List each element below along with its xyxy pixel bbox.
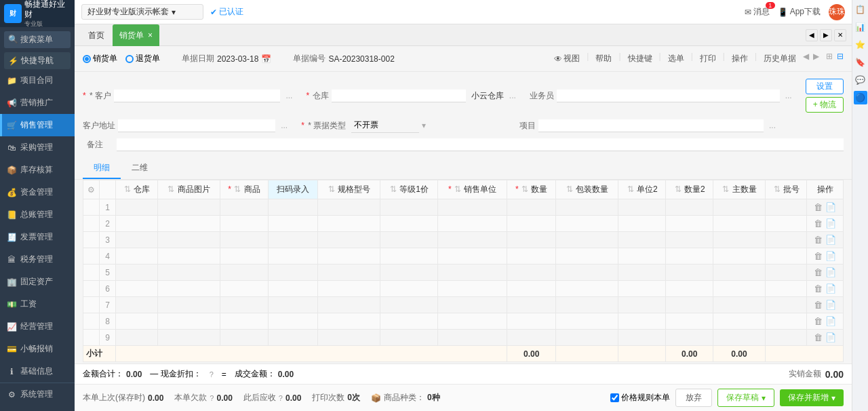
sidebar-item-finance[interactable]: 💰 资金管理	[0, 181, 75, 203]
project-input[interactable]	[538, 119, 764, 132]
row-warehouse[interactable]	[116, 313, 158, 330]
right-panel-btn-2[interactable]: 📊	[854, 20, 867, 34]
sidebar-item-management[interactable]: 📈 经营管理	[0, 315, 75, 338]
row-main-qty[interactable]	[713, 297, 766, 313]
row-unit[interactable]	[438, 248, 507, 265]
row-price1[interactable]	[380, 297, 437, 313]
row-copy-icon[interactable]: 📄	[825, 316, 836, 326]
view-button[interactable]: 👁 视图	[551, 52, 583, 66]
row-batch-import[interactable]	[269, 265, 318, 281]
row-qty[interactable]	[507, 313, 556, 330]
discount-help-icon[interactable]: ?	[210, 370, 214, 378]
row-pack-qty[interactable]	[556, 199, 618, 216]
row-spec[interactable]	[317, 297, 380, 313]
row-qty2[interactable]	[666, 265, 713, 281]
right-panel-btn-4[interactable]: 🔖	[854, 56, 867, 69]
row-delete-icon[interactable]: 🗑	[814, 202, 823, 212]
row-qty2[interactable]	[666, 216, 713, 232]
row-pack-qty[interactable]	[556, 265, 618, 281]
row-delete-icon[interactable]: 🗑	[814, 267, 823, 277]
row-batch-import[interactable]	[269, 330, 318, 346]
row-copy-icon[interactable]: 📄	[825, 202, 836, 212]
sidebar-item-sales[interactable]: 🛒 销售管理	[0, 114, 75, 136]
row-delete-icon[interactable]: 🗑	[814, 251, 823, 261]
help-button[interactable]: 帮助	[593, 52, 614, 66]
row-main-qty[interactable]	[713, 248, 766, 265]
sidebar-item-invoice[interactable]: 🧾 发票管理	[0, 226, 75, 248]
row-spec[interactable]	[317, 216, 380, 232]
row-delete-icon[interactable]: 🗑	[814, 300, 823, 310]
tab-home[interactable]: 首页	[80, 24, 113, 46]
price-rule-check[interactable]	[610, 393, 619, 402]
radio-return[interactable]: 退货单	[125, 53, 160, 64]
row-spec[interactable]	[317, 232, 380, 248]
expand-icon[interactable]: ⊞	[826, 52, 833, 66]
row-pack-qty[interactable]	[556, 313, 618, 330]
row-main-qty[interactable]	[713, 216, 766, 232]
row-spec[interactable]	[317, 265, 380, 281]
row-batch[interactable]	[765, 281, 807, 297]
row-unit2[interactable]	[618, 248, 666, 265]
row-pack-qty[interactable]	[556, 297, 618, 313]
sidebar-item-marketing[interactable]: 📢 营销推广	[0, 92, 75, 114]
row-unit2[interactable]	[618, 216, 666, 232]
row-goods[interactable]	[220, 297, 269, 313]
row-batch-import[interactable]	[269, 297, 318, 313]
row-price1[interactable]	[380, 281, 437, 297]
row-warehouse[interactable]	[116, 216, 158, 232]
remark-input[interactable]	[117, 138, 844, 151]
row-image[interactable]	[157, 281, 220, 297]
right-panel-btn-3[interactable]: ⭐	[854, 38, 867, 52]
add-logistics-button[interactable]: + 物流	[806, 97, 844, 113]
row-delete-icon[interactable]: 🗑	[814, 218, 823, 229]
row-delete-icon[interactable]: 🗑	[814, 235, 823, 245]
shortcut-button[interactable]: 快捷键	[625, 52, 655, 66]
row-price1[interactable]	[380, 232, 437, 248]
row-warehouse[interactable]	[116, 232, 158, 248]
unpin-button[interactable]: 📌 取消固定	[0, 406, 75, 411]
row-qty[interactable]	[507, 297, 556, 313]
row-image[interactable]	[157, 297, 220, 313]
salesperson-input[interactable]	[557, 90, 780, 102]
row-unit[interactable]	[438, 313, 507, 330]
calendar-icon[interactable]: 📅	[261, 54, 271, 64]
row-pack-qty[interactable]	[556, 248, 618, 265]
row-goods[interactable]	[220, 313, 269, 330]
row-copy-icon[interactable]: 📄	[825, 283, 836, 294]
row-qty[interactable]	[507, 330, 556, 346]
row-unit2[interactable]	[618, 281, 666, 297]
row-main-qty[interactable]	[713, 313, 766, 330]
row-main-qty[interactable]	[713, 232, 766, 248]
row-copy-icon[interactable]: 📄	[825, 218, 836, 229]
row-goods[interactable]	[220, 232, 269, 248]
sidebar-item-tax[interactable]: 🏛 税务管理	[0, 248, 75, 271]
row-unit2[interactable]	[618, 297, 666, 313]
row-price1[interactable]	[380, 216, 437, 232]
row-price1[interactable]	[380, 199, 437, 216]
row-qty[interactable]	[507, 199, 556, 216]
row-image[interactable]	[157, 216, 220, 232]
row-main-qty[interactable]	[713, 330, 766, 346]
prev-record-icon[interactable]: ◀	[803, 52, 809, 66]
row-goods[interactable]	[220, 216, 269, 232]
sidebar-item-salary[interactable]: 💵 工资	[0, 293, 75, 315]
next-record-icon[interactable]: ▶	[813, 52, 819, 66]
more-button[interactable]: 操作	[729, 52, 751, 66]
sidebar-item-basic-info[interactable]: ℹ 基础信息	[0, 360, 75, 383]
tab-close-icon[interactable]: ×	[148, 24, 153, 46]
row-copy-icon[interactable]: 📄	[825, 332, 836, 342]
row-unit[interactable]	[438, 216, 507, 232]
row-qty[interactable]	[507, 232, 556, 248]
project-select-icon[interactable]: ...	[769, 121, 776, 130]
row-image[interactable]	[157, 265, 220, 281]
sidebar-item-inventory[interactable]: 📦 库存核算	[0, 159, 75, 181]
row-batch[interactable]	[765, 265, 807, 281]
address-input[interactable]	[118, 119, 275, 132]
debt-help-icon[interactable]: ?	[210, 394, 214, 402]
row-qty[interactable]	[507, 281, 556, 297]
row-qty2[interactable]	[666, 330, 713, 346]
row-batch-import[interactable]	[269, 216, 318, 232]
row-qty[interactable]	[507, 216, 556, 232]
compact-icon[interactable]: ⊟	[837, 52, 844, 66]
sidebar-item-purchase[interactable]: 🛍 采购管理	[0, 136, 75, 159]
